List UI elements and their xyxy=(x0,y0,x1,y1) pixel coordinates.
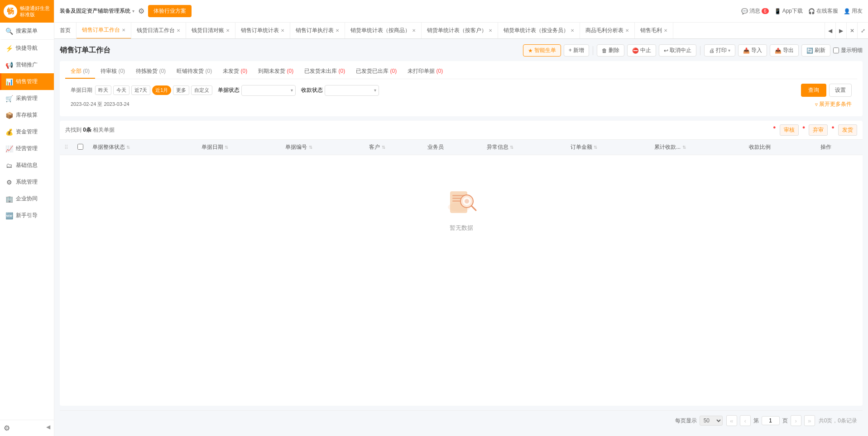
sidebar-item-business[interactable]: 📈 经营管理 xyxy=(0,140,54,157)
expand-conditions-button[interactable]: ▿ 展开更多条件 xyxy=(815,100,852,108)
sort-collected-icon[interactable]: ⇅ xyxy=(682,145,686,150)
tab-close-sales-profit[interactable]: ✕ xyxy=(664,28,667,33)
sidebar-item-search[interactable]: 🔍 搜索菜单 xyxy=(0,23,54,40)
filter-tab-not-printed[interactable]: 未打印单据 (0) xyxy=(402,65,448,79)
app-download-action[interactable]: 📱 App下载 xyxy=(774,7,803,15)
trial-button[interactable]: 体验行业方案 xyxy=(148,5,192,17)
new-icon: 🆕 xyxy=(5,212,13,219)
tab-sales-monthly-customer[interactable]: 销货单统计表（按客户） ✕ xyxy=(422,23,498,39)
sidebar-item-enterprise[interactable]: 🏢 企业协同 xyxy=(0,190,54,207)
sidebar-item-purchase[interactable]: 🛒 采购管理 xyxy=(0,90,54,107)
tab-close-all[interactable]: ✕ xyxy=(846,23,857,39)
page-next-button[interactable]: › xyxy=(791,415,801,426)
display-detail-checkbox[interactable] xyxy=(833,47,839,53)
tab-sales-workbench[interactable]: 销售订单工作台 ✕ xyxy=(77,23,131,39)
refresh-button[interactable]: 🔄 刷新 xyxy=(801,44,830,57)
import-button[interactable]: 📥 导入 xyxy=(738,44,767,57)
filter-tab-pending-inspect[interactable]: 待拣验货 (0) xyxy=(130,65,171,79)
tab-close-sales-monthly-staff[interactable]: ✕ xyxy=(571,28,574,33)
tab-maximize[interactable]: ⤢ xyxy=(857,23,868,39)
sort-amount-icon[interactable]: ⇅ xyxy=(594,145,597,150)
date-btn-1month[interactable]: 近1月 xyxy=(152,85,171,95)
lightning-icon: ⚡ xyxy=(5,45,13,52)
tab-close-sales-workbench[interactable]: ✕ xyxy=(122,28,125,33)
status-select[interactable] xyxy=(241,85,296,96)
filter-tab-pending-review[interactable]: 待审核 (0) xyxy=(95,65,130,79)
tab-sales-exec[interactable]: 销售订单执行表 ✕ xyxy=(290,23,345,39)
filter-tab-shipped-out[interactable]: 已发货已出库 (0) xyxy=(350,65,402,79)
tab-close-cash-daily[interactable]: ✕ xyxy=(177,28,180,33)
filter-tab-not-shipped[interactable]: 未发货 (0) xyxy=(217,65,253,79)
status-field: 单据状态 xyxy=(218,85,296,96)
tab-sales-profit[interactable]: 销售毛利 ✕ xyxy=(635,23,673,39)
tab-cash-reconcile[interactable]: 钱货日清对账 ✕ xyxy=(186,23,235,39)
tab-sales-stats[interactable]: 销售订单统计表 ✕ xyxy=(235,23,290,39)
tab-product-margin[interactable]: 商品毛利分析表 ✕ xyxy=(580,23,635,39)
sidebar-item-inventory[interactable]: 📦 库存核算 xyxy=(0,107,54,123)
sort-abnormal-icon[interactable]: ⇅ xyxy=(510,145,513,150)
sidebar-item-guide[interactable]: 🆕 新手引导 xyxy=(0,207,54,224)
settings-icon[interactable]: ⚙ xyxy=(4,424,10,432)
online-service-action[interactable]: 🎧 在线客服 xyxy=(808,7,838,15)
collapse-icon[interactable]: ◀ xyxy=(46,424,50,432)
query-button[interactable]: 查询 xyxy=(801,84,826,97)
sidebar-item-sales[interactable]: 📊 销售管理 xyxy=(0,73,54,90)
filter-tab-overdue-not-shipped[interactable]: 到期未发货 (0) xyxy=(253,65,299,79)
table-head: ⠿ 单据整体状态 ⇅ 单据日期 ⇅ xyxy=(60,140,863,155)
setting-button[interactable]: 设置 xyxy=(829,84,852,97)
tab-scroll-left[interactable]: ◀ xyxy=(825,23,835,39)
page-input[interactable] xyxy=(762,416,780,425)
tab-close-cash-reconcile[interactable]: ✕ xyxy=(226,28,230,33)
tab-close-sales-exec[interactable]: ✕ xyxy=(336,28,339,33)
tab-home[interactable]: 首页 xyxy=(54,23,77,39)
tab-sales-monthly-staff[interactable]: 销货单统计表（按业务员） ✕ xyxy=(498,23,580,39)
sidebar-item-marketing[interactable]: 📢 营销推广 xyxy=(0,57,54,73)
topbar-gear-icon[interactable]: ⚙ xyxy=(138,7,144,15)
sort-date-icon[interactable]: ⇅ xyxy=(225,145,228,150)
th-drag: ⠿ xyxy=(60,140,73,155)
sidebar-item-basic-info[interactable]: 🗂 基础信息 xyxy=(0,157,54,174)
page-size-select[interactable]: 20 50 100 xyxy=(700,416,723,426)
print-button[interactable]: 🖨 打印 ▾ xyxy=(704,44,735,57)
filter-tab-wangpu[interactable]: 旺铺待发货 (0) xyxy=(171,65,217,79)
cancel-stop-button[interactable]: ↩ 取消中止 xyxy=(659,44,696,57)
th-customer: 客户 ⇅ xyxy=(364,140,423,155)
filter-tab-shipped-not-out[interactable]: 已发货未出库 (0) xyxy=(299,65,350,79)
sidebar-item-system[interactable]: ⚙ 系统管理 xyxy=(0,174,54,190)
delete-button[interactable]: 🗑 删除 xyxy=(597,44,624,57)
tab-sales-monthly-product[interactable]: 销货单统计表（按商品） ✕ xyxy=(345,23,422,39)
export-button[interactable]: 📤 导出 xyxy=(770,44,799,57)
page-prev-button[interactable]: ‹ xyxy=(740,415,751,426)
sidebar-item-quick-nav[interactable]: ⚡ 快捷导航 xyxy=(0,40,54,57)
sidebar-item-finance[interactable]: 💰 资金管理 xyxy=(0,123,54,140)
payment-select[interactable] xyxy=(325,85,379,96)
stop-button[interactable]: ⛔ 中止 xyxy=(627,44,656,57)
tab-scroll-right[interactable]: ▶ xyxy=(835,23,846,39)
filter-tab-list: 全部 (0) 待审核 (0) 待拣验货 (0) 旺铺待发货 (0) 未发货 xyxy=(65,65,857,79)
add-button[interactable]: + 新增 xyxy=(564,44,589,57)
message-action[interactable]: 💬 消息 6 xyxy=(741,7,769,15)
sort-number-icon[interactable]: ⇅ xyxy=(309,145,312,150)
filter-tab-all[interactable]: 全部 (0) xyxy=(65,65,95,79)
tab-close-sales-monthly-product[interactable]: ✕ xyxy=(412,28,416,33)
select-all-checkbox[interactable] xyxy=(77,144,83,150)
sort-customer-icon[interactable]: ⇅ xyxy=(382,145,385,150)
smart-create-button[interactable]: ★ 智能生单 xyxy=(523,44,561,57)
tab-cash-daily[interactable]: 钱货日清工作台 ✕ xyxy=(131,23,186,39)
cancel-audit-button[interactable]: 弃审 xyxy=(809,124,828,136)
date-btn-7days[interactable]: 近7天 xyxy=(131,85,150,95)
audit-button[interactable]: 审核 xyxy=(780,124,799,136)
page-first-button[interactable]: « xyxy=(726,415,737,426)
tab-close-sales-monthly-customer[interactable]: ✕ xyxy=(489,28,492,33)
sort-status-icon[interactable]: ⇅ xyxy=(126,145,130,150)
date-btn-more[interactable]: 更多 xyxy=(173,85,189,95)
tab-close-sales-stats[interactable]: ✕ xyxy=(281,28,284,33)
date-btn-custom[interactable]: 自定义 xyxy=(191,85,212,95)
page-last-button[interactable]: » xyxy=(804,415,815,426)
tab-close-product-margin[interactable]: ✕ xyxy=(625,28,629,33)
user-action[interactable]: 👤 用友 xyxy=(844,7,863,15)
system-name[interactable]: 装备及固定资产辅助管理系统 ▾ xyxy=(60,7,134,15)
ship-button[interactable]: 发货 xyxy=(838,124,857,136)
date-btn-yesterday[interactable]: 昨天 xyxy=(95,85,111,95)
date-btn-today[interactable]: 今天 xyxy=(113,85,129,95)
